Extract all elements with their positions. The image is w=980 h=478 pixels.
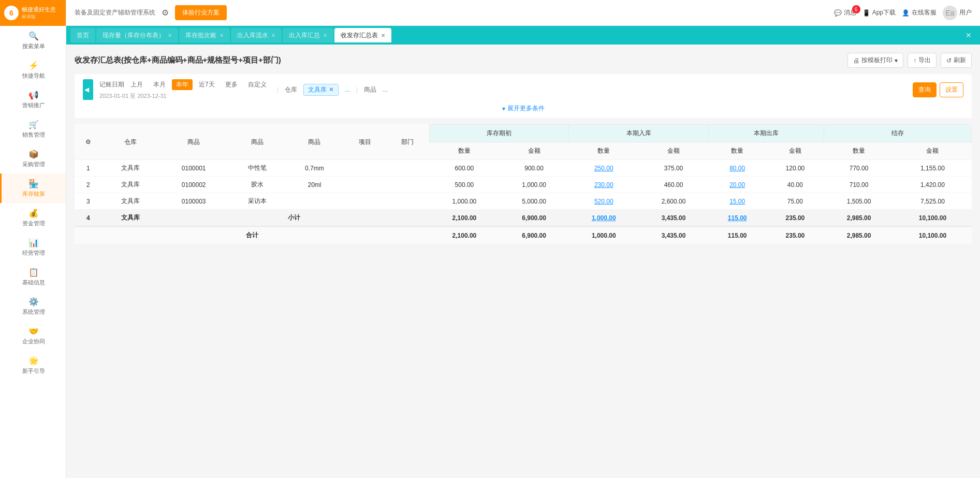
- tab-inout-flow-close[interactable]: ✕: [271, 33, 275, 38]
- date-label: 记账日期: [99, 80, 124, 89]
- row-open-qty: 500.00: [430, 177, 500, 193]
- sidebar-item-guide[interactable]: 🌟 新手引导: [0, 351, 66, 380]
- subtotal-label: 小计: [159, 210, 430, 227]
- sidebar-item-operation[interactable]: 📊 经营管理: [0, 233, 66, 262]
- gear-button[interactable]: ⚙: [162, 8, 169, 18]
- warehouse-tag-close[interactable]: ✕: [329, 86, 334, 93]
- row-close-amt: 7,525.00: [894, 193, 971, 210]
- guide-icon: 🌟: [28, 356, 39, 366]
- logo-title: 畅捷通好生意: [22, 6, 56, 13]
- subtotal-in-qty: 1,000.00: [569, 210, 639, 227]
- tab-inout-flow[interactable]: 出入库流水 ✕: [231, 28, 282, 42]
- table-row: 2 文具库 0100002 胶水 20ml 500.00 1,000.00 23…: [75, 177, 972, 193]
- message-badge: 6: [852, 5, 860, 13]
- print-button[interactable]: 🖨 按模板打印 ▾: [847, 53, 903, 68]
- sub-in-qty: 数量: [569, 142, 639, 160]
- row-dept: [386, 193, 430, 210]
- tab-inout-sum[interactable]: 出入库汇总 ✕: [283, 28, 333, 42]
- export-button[interactable]: ↑ 导出: [908, 53, 937, 68]
- close-all-tabs[interactable]: ✕: [961, 29, 976, 41]
- sidebar-item-label: 搜索菜单: [22, 42, 45, 50]
- goods-more[interactable]: ...: [383, 86, 388, 93]
- sidebar-item-inventory[interactable]: 🏪 库存核算: [0, 173, 66, 203]
- sidebar-item-search[interactable]: 🔍 搜索菜单: [0, 26, 66, 55]
- tab-recv-sum[interactable]: 收发存汇总表 ✕: [334, 28, 391, 42]
- row-open-amt: 900.00: [499, 160, 569, 177]
- table-row: 1 文具库 0100001 中性笔 0.7mm 600.00 900.00 25…: [75, 160, 972, 177]
- row-dept: [386, 160, 430, 177]
- sidebar-item-quick[interactable]: ⚡ 快捷导航: [0, 55, 66, 85]
- query-button[interactable]: 查询: [913, 82, 937, 97]
- settings-button[interactable]: 设置: [940, 82, 963, 97]
- app-download-action[interactable]: 📱 App下载: [862, 8, 896, 17]
- app-download-label: App下载: [872, 8, 896, 17]
- table-settings-icon[interactable]: ⚙: [85, 138, 91, 146]
- sidebar-item-label: 库存核算: [22, 190, 45, 198]
- sidebar-item-basic[interactable]: 📋 基础信息: [0, 262, 66, 292]
- chevron-down-icon: ▾: [895, 57, 898, 64]
- sidebar-item-finance[interactable]: 💰 资金管理: [0, 203, 66, 233]
- sidebar-item-purchase[interactable]: 📦 采购管理: [0, 144, 66, 173]
- filter-collapse-btn[interactable]: ◀: [83, 79, 93, 100]
- service-label: 在线客服: [912, 8, 937, 17]
- operation-icon: 📊: [28, 238, 39, 248]
- tab-batch-close[interactable]: ✕: [220, 33, 224, 38]
- row-close-amt: 1,155.00: [894, 160, 971, 177]
- phone-icon: 📱: [862, 9, 870, 17]
- warehouse-more[interactable]: ...: [345, 86, 350, 93]
- logo: 6 畅捷通好生意 标准版: [0, 0, 66, 26]
- subtotal-close-qty: 2,985.00: [824, 210, 894, 227]
- refresh-label: 刷新: [954, 56, 966, 65]
- tab-inout-sum-close[interactable]: ✕: [323, 33, 327, 38]
- trial-button[interactable]: 体验行业方案: [175, 5, 227, 20]
- sidebar-item-sales[interactable]: 🛒 销售管理: [0, 114, 66, 144]
- tab-stock-dist[interactable]: 现存量（库存分布表） ✕: [96, 28, 178, 42]
- date-opt-custom[interactable]: 自定义: [244, 79, 271, 90]
- date-opt-more[interactable]: 更多: [221, 79, 242, 90]
- print-label: 按模板打印: [861, 56, 893, 65]
- date-opt-this-year[interactable]: 本年: [172, 79, 193, 90]
- tab-batch[interactable]: 库存批次账 ✕: [179, 28, 230, 42]
- page-header: 收发存汇总表(按仓库+商品编码+商品+规格型号+项目+部门) 🖨 按模板打印 ▾…: [75, 53, 972, 68]
- row-goods-code: 0100002: [159, 177, 229, 193]
- sub-out-qty: 数量: [708, 142, 766, 160]
- date-opt-this-month[interactable]: 本月: [149, 79, 170, 90]
- footer-in-amt: 3,435.00: [639, 226, 709, 244]
- row-close-amt: 1,420.00: [894, 177, 971, 193]
- col-settings: ⚙: [75, 125, 102, 160]
- group-out-header: 本期出库: [708, 125, 824, 142]
- group-opening-header: 库存期初: [430, 125, 569, 142]
- message-action[interactable]: 💬 消息 6: [834, 8, 856, 17]
- tab-stock-dist-close[interactable]: ✕: [168, 33, 172, 38]
- footer-out-amt: 235.00: [766, 226, 824, 244]
- sidebar-item-system[interactable]: ⚙️ 系统管理: [0, 292, 66, 321]
- expand-label: 展开更多条件: [507, 104, 545, 113]
- sub-open-amt: 金额: [499, 142, 569, 160]
- row-goods-spec: 0.7mm: [286, 160, 344, 177]
- date-opt-last-month[interactable]: 上月: [126, 79, 147, 90]
- export-label: 导出: [918, 56, 931, 65]
- online-service-action[interactable]: 👤 在线客服: [902, 8, 937, 17]
- sidebar-item-label: 销售管理: [22, 131, 45, 139]
- col-dept-header: 部门: [386, 125, 430, 160]
- row-in-qty: 250.00: [569, 160, 639, 177]
- user-action[interactable]: Ea 用户: [943, 6, 972, 20]
- sidebar-item-corp[interactable]: 🤝 企业协同: [0, 321, 66, 351]
- row-in-amt: 460.00: [639, 177, 709, 193]
- row-seq: 1: [75, 160, 102, 177]
- refresh-button[interactable]: ↺ 刷新: [941, 53, 972, 68]
- subtotal-open-qty: 2,100.00: [430, 210, 500, 227]
- sidebar-nav: 🔍 搜索菜单 ⚡ 快捷导航 📢 营销推广 🛒 销售管理 📦 采购管理 🏪 库存核…: [0, 26, 66, 478]
- subtotal-open-amt: 6,900.00: [499, 210, 569, 227]
- tab-home[interactable]: 首页: [70, 28, 95, 42]
- tab-recv-sum-close[interactable]: ✕: [381, 33, 385, 38]
- table-footer-row: 合计 2,100.00 6,900.00 1,000.00 3,435.00 1…: [75, 226, 972, 244]
- sidebar-item-marketing[interactable]: 📢 营销推广: [0, 85, 66, 114]
- page-actions: 🖨 按模板打印 ▾ ↑ 导出 ↺ 刷新: [847, 53, 972, 68]
- row-open-amt: 1,000.00: [499, 177, 569, 193]
- date-opt-7days[interactable]: 近7天: [195, 79, 219, 90]
- subtotal-seq: 4: [75, 210, 102, 227]
- expand-button[interactable]: ▾ 展开更多条件: [502, 104, 545, 113]
- sub-close-qty: 数量: [824, 142, 894, 160]
- tab-inout-flow-label: 出入库流水: [237, 31, 268, 40]
